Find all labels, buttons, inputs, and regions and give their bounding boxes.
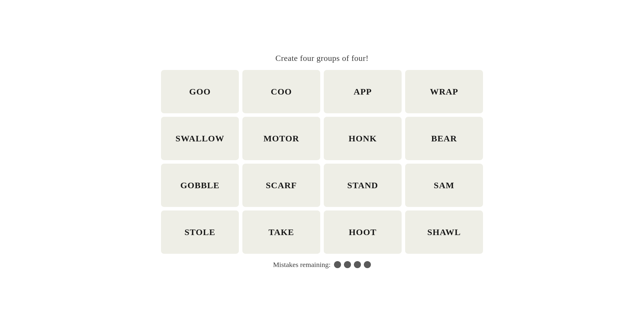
word-card-goo[interactable]: GOO	[161, 70, 239, 113]
word-card-sam[interactable]: SAM	[405, 164, 483, 207]
mistake-dot-2	[344, 261, 351, 268]
mistake-dot-3	[354, 261, 361, 268]
word-text-gobble: GOBBLE	[180, 180, 220, 190]
mistakes-section: Mistakes remaining:	[273, 261, 371, 269]
word-text-hoot: HOOT	[349, 227, 377, 237]
word-text-app: APP	[354, 87, 372, 97]
word-text-honk: HONK	[349, 133, 377, 143]
word-text-wrap: WRAP	[430, 87, 458, 97]
word-grid: GOO COO APP WRAP SWALLOW MOTOR HONK BEAR…	[161, 70, 483, 254]
word-card-honk[interactable]: HONK	[324, 117, 402, 160]
mistake-dot-4	[364, 261, 371, 268]
word-text-sam: SAM	[434, 180, 454, 190]
word-text-stand: STAND	[347, 180, 378, 190]
word-card-scarf[interactable]: SCARF	[242, 164, 320, 207]
word-card-stole[interactable]: STOLE	[161, 210, 239, 254]
word-card-app[interactable]: APP	[324, 70, 402, 113]
mistake-dot-1	[334, 261, 341, 268]
word-card-stand[interactable]: STAND	[324, 164, 402, 207]
word-card-hoot[interactable]: HOOT	[324, 210, 402, 254]
game-subtitle: Create four groups of four!	[275, 54, 369, 63]
word-card-shawl[interactable]: SHAWL	[405, 210, 483, 254]
word-card-coo[interactable]: COO	[242, 70, 320, 113]
mistakes-dots	[334, 261, 371, 268]
word-text-motor: MOTOR	[263, 133, 299, 143]
word-card-motor[interactable]: MOTOR	[242, 117, 320, 160]
word-text-swallow: SWALLOW	[176, 133, 225, 143]
word-card-take[interactable]: TAKE	[242, 210, 320, 254]
word-card-swallow[interactable]: SWALLOW	[161, 117, 239, 160]
mistakes-label: Mistakes remaining:	[273, 261, 331, 269]
word-text-scarf: SCARF	[266, 180, 297, 190]
word-text-take: TAKE	[268, 227, 294, 237]
word-text-shawl: SHAWL	[427, 227, 461, 237]
word-text-goo: GOO	[189, 87, 211, 97]
game-container: Create four groups of four! GOO COO APP …	[161, 54, 483, 269]
word-text-stole: STOLE	[184, 227, 215, 237]
word-text-coo: COO	[271, 87, 292, 97]
word-card-gobble[interactable]: GOBBLE	[161, 164, 239, 207]
word-card-wrap[interactable]: WRAP	[405, 70, 483, 113]
word-text-bear: BEAR	[431, 133, 457, 143]
word-card-bear[interactable]: BEAR	[405, 117, 483, 160]
